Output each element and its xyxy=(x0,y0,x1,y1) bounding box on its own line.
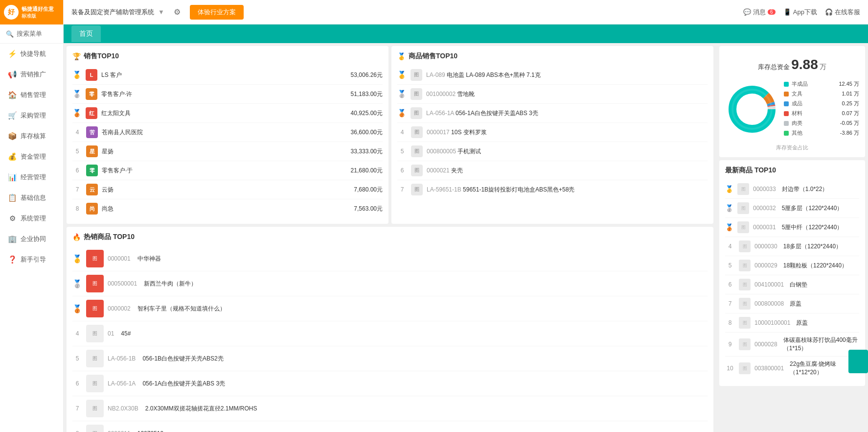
list-item: 🥈 零 零售客户·许 51,183.00元 xyxy=(72,85,383,104)
legend-name: 文具 xyxy=(792,90,839,97)
dropdown-icon: ▼ xyxy=(158,8,164,16)
legend-name: 半成品 xyxy=(792,80,836,88)
float-btn-1[interactable]: 服务社区 xyxy=(848,358,868,365)
legend-item: 材料 0.07 万 xyxy=(784,110,859,117)
app-download-button[interactable]: 📱 App下载 xyxy=(783,8,817,17)
list-item: 8 尚 尚急 7,563.00元 xyxy=(72,199,383,218)
legend-value: -3.86 万 xyxy=(840,129,859,137)
product-name: 智利车子里（规格不知道填什么） xyxy=(137,305,226,313)
inventory-value: 9.88 xyxy=(791,57,818,72)
sidebar-item-quick-nav[interactable]: ⚡快捷导航 xyxy=(0,44,63,64)
product-img: 图 xyxy=(411,145,423,157)
product-img: 图 xyxy=(411,126,423,138)
trophy-icon: 🏆 xyxy=(72,52,81,60)
inventory-total: 库存总资金 9.88 万 xyxy=(725,52,859,77)
product-image: 图 xyxy=(86,275,104,292)
customer-value: 36,600.00元 xyxy=(351,128,383,137)
sidebar-search[interactable]: 🔍 搜索菜单 xyxy=(0,24,63,44)
legend-color xyxy=(784,111,789,116)
content-area: 🏆 销售TOP10 🥇 L LS 客户 53,006.26元 🥈 零 零售客户·… xyxy=(64,43,868,432)
product-info: 000800005 手机测试 xyxy=(427,147,708,156)
product-image-placeholder: 图 xyxy=(739,338,751,350)
message-button[interactable]: 💬 消息 6 xyxy=(743,8,776,17)
logo-icon: 好 xyxy=(4,5,19,20)
try-button[interactable]: 体验行业方案 xyxy=(190,5,244,20)
list-item: 🥇 图 0000033 封边带（1.0*22） xyxy=(725,180,859,199)
customer-name: 红太阳文具 xyxy=(101,109,347,118)
tab-home[interactable]: 首页 xyxy=(71,25,101,42)
sidebar-item-newbie[interactable]: ❓新手引导 xyxy=(0,249,63,270)
product-image-placeholder: 图 xyxy=(739,260,751,271)
panel-center: 🏆 销售TOP10 🥇 L LS 客户 53,006.26元 🥈 零 零售客户·… xyxy=(64,43,716,432)
float-btn-2[interactable]: 直播 xyxy=(848,365,868,373)
bronze-medal-icon: 🥉 xyxy=(72,109,82,118)
sidebar-item-marketing[interactable]: 📢营销推广 xyxy=(0,64,63,85)
legend-color xyxy=(784,121,789,126)
legend-value: 12.45 万 xyxy=(839,80,859,88)
product-code: NB2.0X30B xyxy=(108,405,138,412)
top-customers-list: 🥇 L LS 客户 53,006.26元 🥈 零 零售客户·许 51,183.0… xyxy=(72,66,383,218)
product-image-placeholder: 图 xyxy=(86,350,104,367)
top-sales-products-card: 🥇 商品销售TOP10 🥇 图 LA-089 电池盖 LA-089 ABS本色+… xyxy=(391,46,713,224)
gold-medal-icon: 🥇 xyxy=(397,71,407,79)
product-name: 5厘中纤（1220*2440） xyxy=(782,223,843,232)
sidebar-item-sales[interactable]: 🏠销售管理 xyxy=(0,85,63,105)
svg-point-5 xyxy=(732,90,772,129)
sidebar-item-enterprise[interactable]: 🏢企业协同 xyxy=(0,229,63,249)
hot-products-list: 🥇 图 0000001 中华神器 🥈 图 000500001 新西兰牛肉（新牛）… xyxy=(72,246,708,432)
product-name: 原盖 xyxy=(796,319,808,327)
avatar: 星 xyxy=(86,145,98,157)
system-icon: ⚙ xyxy=(8,214,17,223)
product-img: 图 xyxy=(411,165,423,176)
list-item: 8 图 10000100001 原盖 xyxy=(725,313,859,333)
avatar: 尚 xyxy=(86,203,98,215)
main-content: 装备及固定资产辅助管理系统 ▼ ⚙ 体验行业方案 💬 消息 6 📱 App下载 … xyxy=(64,0,868,432)
sidebar-item-finance[interactable]: 💰资金管理 xyxy=(0,146,63,167)
product-name: 18颗粒板（1220*2440） xyxy=(783,262,847,270)
legend-name: 成品 xyxy=(792,100,839,107)
list-item: 4 图 0000030 18多层（1220*2440） xyxy=(725,237,859,256)
product-code: LA-056-1B xyxy=(108,355,136,362)
logo-text: 畅捷通好生意 标准版 xyxy=(22,5,54,19)
system-title: 装备及固定资产辅助管理系统 xyxy=(71,8,154,17)
sidebar-item-purchase[interactable]: 🛒采购管理 xyxy=(0,105,63,126)
sidebar-item-operation[interactable]: 📊经营管理 xyxy=(0,167,63,188)
sidebar-item-system[interactable]: ⚙系统管理 xyxy=(0,208,63,229)
list-item: 🥉 图 LA-056-1A 056-1A白色按键开关盖ABS 3壳 xyxy=(397,104,708,123)
online-service-button[interactable]: 🎧 在线客服 xyxy=(825,8,860,17)
list-item: 🥉 红 红太阳文具 40,925.00元 xyxy=(72,104,383,123)
product-image-placeholder: 图 xyxy=(739,240,751,252)
avatar: 苦 xyxy=(86,126,98,138)
list-item: 5 图 000800005 手机测试 xyxy=(397,142,708,161)
legend-name: 肉类 xyxy=(792,120,837,127)
search-icon: 🔍 xyxy=(6,30,14,38)
list-item: 🥈 图 001000002 雪地靴 xyxy=(397,85,708,104)
customer-name: 零售客户·许 xyxy=(101,90,347,98)
float-btn-0[interactable]: 客服热线 xyxy=(848,350,868,358)
avatar: 零 xyxy=(86,88,97,100)
rank-icon: 🥇 xyxy=(72,254,82,264)
product-img: 图 xyxy=(411,107,422,119)
fire-icon: 🔥 xyxy=(72,233,81,241)
product-name: 中华神器 xyxy=(137,255,161,263)
product-image-placeholder: 图 xyxy=(737,202,749,214)
product-code: 0000001 xyxy=(108,255,131,262)
product-code: 0000002 xyxy=(108,305,131,312)
operation-icon: 📊 xyxy=(8,173,17,182)
rank-icon: 🥉 xyxy=(72,304,82,313)
headset-icon: 🎧 xyxy=(825,8,833,16)
donut-chart xyxy=(725,82,779,138)
legend-item: 肉类 -0.05 万 xyxy=(784,120,859,127)
avatar: 红 xyxy=(86,107,97,119)
product-code: 0000031 xyxy=(753,224,776,231)
settings-icon[interactable]: ⚙ xyxy=(170,5,184,19)
top-sales-products-title: 🥇 商品销售TOP10 xyxy=(397,52,708,61)
list-item: 6 图 LA-056-1A 056-1A白色按键开关盖ABS 3壳 xyxy=(72,371,708,396)
product-code: 0000033 xyxy=(753,186,776,192)
top-sales-products-list: 🥇 图 LA-089 电池盖 LA-089 ABS本色+黑种 7.1克 🥈 图 … xyxy=(397,66,708,199)
inventory-chart-area: 半成品 12.45 万 文具 1.01 万 成品 0.25 万 材料 0.07 … xyxy=(725,77,859,142)
sidebar-item-basic[interactable]: 📋基础信息 xyxy=(0,188,63,208)
product-name: 2.0X30MM双搓花轴搓花直径2.1MM/ROHS xyxy=(145,405,257,413)
sidebar-item-inventory[interactable]: 📦库存核算 xyxy=(0,126,63,146)
float-buttons: 客服热线服务社区直播 xyxy=(848,350,868,373)
